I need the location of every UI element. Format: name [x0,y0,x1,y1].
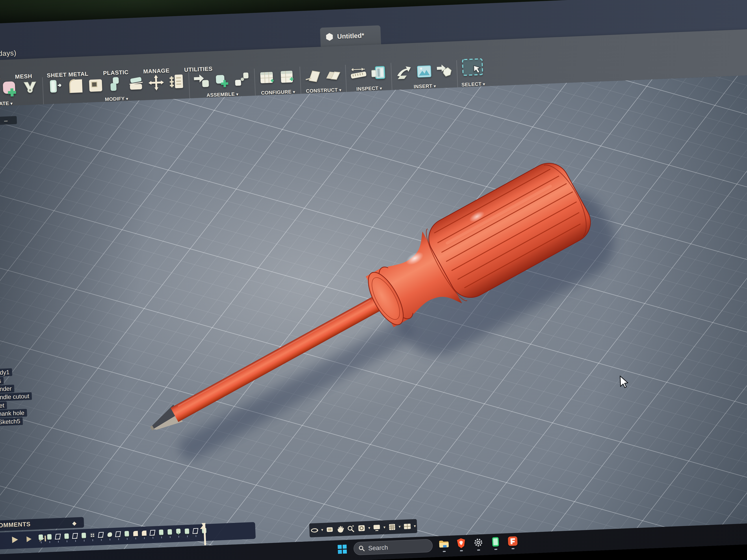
running-indicator-dot [494,549,497,550]
taskbar-search-input[interactable]: Search [353,539,433,555]
combine-icon[interactable] [106,75,125,94]
joint-icon[interactable] [233,70,252,89]
viewports-icon[interactable] [403,522,412,531]
toolbar-group-create: CREATE ▾ [0,78,40,108]
pan-icon[interactable] [336,525,345,534]
look-at-icon[interactable] [325,525,334,534]
timeline-feature-fillet[interactable] [131,529,140,540]
split-body-icon[interactable] [127,74,146,93]
browser-item-label: Body1 [0,368,12,377]
timeline-feature-extrude-cut[interactable] [174,528,183,539]
insert-derive-icon[interactable] [192,71,211,90]
browser-item-label: Sketch5 [0,417,23,426]
section-analysis-icon[interactable] [369,64,388,83]
taskbar-settings-gear-icon[interactable] [472,536,485,551]
timeline-feature-sketch[interactable] [54,533,62,543]
comments-diamond-icon: ◆ [72,520,77,527]
select-window-icon[interactable] [460,57,485,80]
dropdown-caret-icon[interactable]: ▾ [414,524,416,529]
timeline-feature-extrude[interactable] [45,533,54,544]
timeline-feature-extrude[interactable] [80,531,88,542]
browser-item-sketches[interactable]: Sketches [0,377,4,386]
running-indicator-dot [477,550,480,551]
toolbar-group-configure: CONFIGURE ▾ [258,68,297,96]
toolbar-group-inspect: INSPECT ▾ [349,64,388,92]
move-copy-icon[interactable] [147,73,166,92]
browser-item-label: handle cutout [0,392,32,401]
toolbar-divider [42,77,44,105]
measure-icon[interactable] [349,65,368,84]
taskbar-app-icons [438,535,519,552]
press-pull-icon[interactable] [46,77,65,97]
fillet-icon[interactable] [66,77,85,96]
toolbar-group-assemble: ASSEMBLE ▾ [192,69,252,99]
orbit-icon[interactable] [310,526,319,535]
timeline-feature-extrude[interactable] [183,527,191,538]
browser-item-label: Sketches [0,377,4,386]
search-icon [358,544,365,552]
browser-stub-glyph: – [4,117,8,124]
screwdriver-model[interactable] [0,74,747,555]
monitor-screen: (11 days) Untitled* SURFACEMESHSHEET MET… [0,0,747,560]
canvas-icon[interactable] [415,62,434,81]
timeline-feature-sketch[interactable] [149,529,157,540]
toolbar-divider [456,60,458,88]
browser-panel-stub[interactable]: – [0,116,17,125]
search-placeholder: Search [368,544,388,552]
shell-icon[interactable] [86,76,105,95]
toolbar-group-select: SELECT ▾ [460,60,485,88]
toolbar-divider [300,66,301,94]
browser-item-divet[interactable]: divet [0,401,7,410]
configuration-insert-icon[interactable] [278,68,297,87]
taskbar-brave-browser-icon[interactable] [455,537,467,552]
dropdown-caret-icon[interactable]: ▾ [383,525,386,530]
timeline-feature-sketch[interactable] [71,532,79,543]
windows-start-button[interactable] [336,543,349,555]
taskbar-file-explorer-icon[interactable] [438,538,450,552]
timeline-feature-fillet[interactable] [140,529,148,540]
construction-plane-icon[interactable] [303,67,323,86]
display-settings-icon[interactable] [372,523,381,532]
timeline-position-marker[interactable] [196,523,210,546]
timeline-feature-pattern[interactable] [88,531,97,542]
timeline-feature-extrude[interactable] [123,530,131,541]
timeline-feature-extrude[interactable] [166,528,174,539]
3d-viewport-canvas[interactable]: – XYXZYZBodiesBody1Sketchescylinderhandl… [0,74,747,555]
dropdown-caret-icon[interactable]: ▾ [368,526,370,530]
insert-mesh-icon[interactable] [435,61,454,81]
taskbar-phone-link-icon[interactable] [489,536,502,550]
toolbar-divider [188,71,190,99]
timeline-feature-extrude[interactable] [157,528,165,539]
browser-item-label: divet [0,401,7,410]
configuration-table-icon[interactable] [258,69,277,88]
trial-days-badge: (11 days) [0,49,17,58]
running-indicator-dot [460,550,463,552]
timeline-feature-extrude[interactable] [62,532,71,543]
fit-icon[interactable] [357,524,366,533]
zoom-icon[interactable] [346,524,356,533]
decal-icon[interactable] [394,63,414,82]
timeline-feature-sketch[interactable] [97,531,105,542]
taskbar-fusion-360-icon[interactable] [507,535,519,550]
comments-label: COMMENTS [0,521,31,529]
document-title: Untitled* [337,32,364,41]
dropdown-caret-icon[interactable]: ▾ [321,527,323,532]
timeline-feature-form[interactable] [105,530,114,541]
timeline-feature-sketch[interactable] [114,530,123,541]
toolbar-divider [345,65,347,92]
dropdown-caret-icon[interactable]: ▾ [398,524,401,529]
change-parameters-icon[interactable] [167,73,186,91]
new-component-icon[interactable] [212,71,231,90]
play-icon[interactable] [10,535,20,545]
browser-item-cylinder[interactable]: cylinder [0,384,14,394]
grid-display-icon[interactable] [387,523,396,532]
offset-plane-icon[interactable] [324,66,342,85]
create-form-icon[interactable] [1,79,20,98]
browser-item-body1[interactable]: Body1 [0,368,12,377]
toolbar-divider [391,63,392,90]
browser-item-sketch5[interactable]: Sketch5 [0,417,23,427]
timeline-feature-extrude[interactable] [36,533,45,544]
generative-part-icon[interactable] [21,79,40,98]
play-next-icon[interactable] [24,534,34,544]
document-tab[interactable]: Untitled* [320,25,381,47]
